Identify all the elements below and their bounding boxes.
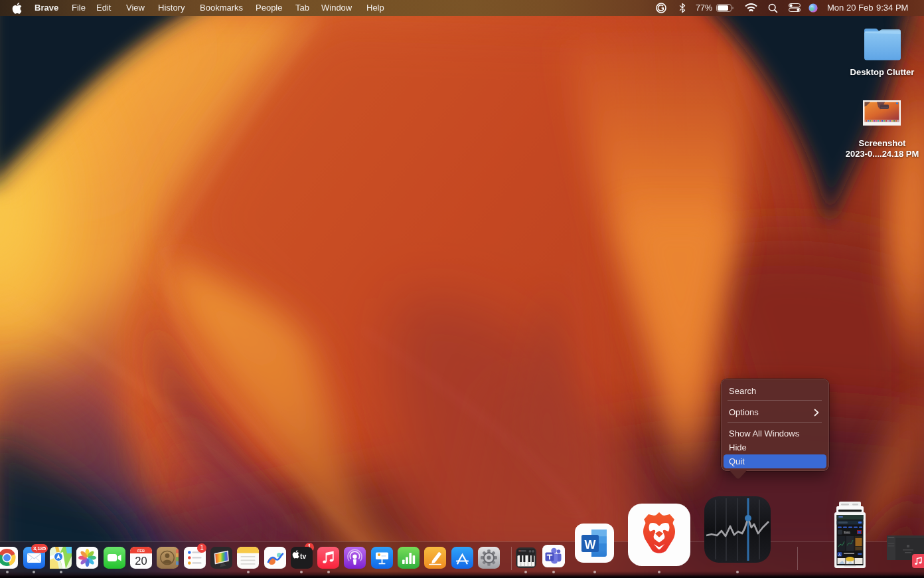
svg-text:W: W xyxy=(585,538,596,551)
svg-text:Stocks: Stocks xyxy=(844,531,850,533)
svg-text:20: 20 xyxy=(135,555,147,567)
svg-text:tv: tv xyxy=(300,552,306,560)
svg-text:FEB: FEB xyxy=(137,549,145,553)
